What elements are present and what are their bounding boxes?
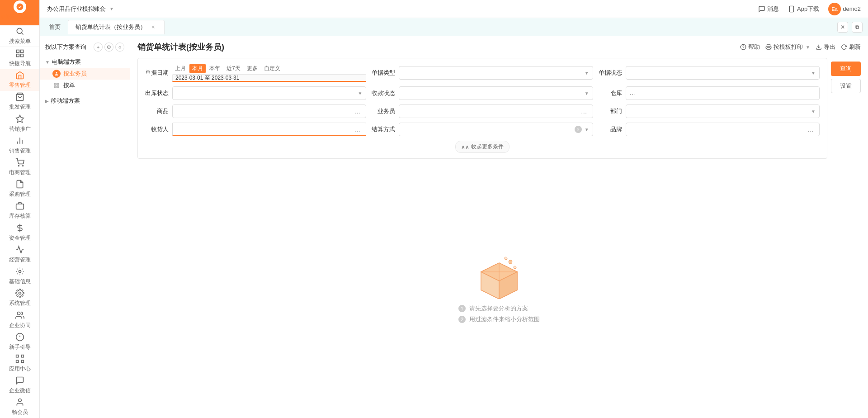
sidebar-item-inventory[interactable]: 库存核算: [0, 200, 40, 222]
page-title: 销货单统计表(按业务员): [137, 42, 224, 52]
sidebar-item-retail-label: 零售管理: [9, 81, 31, 89]
sidebar-item-nav-label: 快捷导航: [9, 60, 31, 67]
svg-rect-14: [16, 204, 24, 209]
collapse-btn[interactable]: ∧∧ 收起更多条件: [455, 141, 509, 153]
shortcut-more[interactable]: 更多: [244, 64, 260, 73]
svg-rect-4: [20, 50, 23, 52]
tree-child-order[interactable]: 按单: [40, 80, 130, 91]
tree-parent-mobile[interactable]: ▶ 移动端方案: [40, 95, 130, 107]
brand-input[interactable]: …: [626, 123, 820, 136]
tree-parent-mobile-label: 移动端方案: [51, 97, 80, 105]
filter-form: 单据日期 上月 本月 本年 近7天 更多 自定义: [137, 58, 827, 159]
consignee-ellipsis[interactable]: …: [352, 126, 362, 133]
content-area: 按以下方案查询 + ⚙ « ▼ 电脑端方案 按业务员: [40, 36, 868, 418]
sidebar-item-basic-label: 基础信息: [9, 278, 31, 285]
docstatus-arrow: ▼: [811, 71, 816, 76]
paymentmethod-clear-btn[interactable]: ×: [575, 126, 582, 133]
add-scheme-btn[interactable]: +: [94, 43, 103, 52]
sidebar-item-purchase-label: 采购管理: [9, 190, 31, 198]
warehouse-input[interactable]: …: [626, 86, 820, 100]
filter-consignee-field: 收货人 …: [145, 123, 366, 136]
shortcut-last-month[interactable]: 上月: [172, 64, 189, 73]
sidebar-item-member[interactable]: 畅会员: [0, 396, 40, 418]
sidebar-item-ecommerce[interactable]: 电商管理: [0, 156, 40, 178]
svg-rect-31: [57, 86, 59, 88]
consignee-input[interactable]: …: [172, 123, 366, 136]
sidebar-item-system[interactable]: 系统管理: [0, 287, 40, 309]
user-info[interactable]: Ea demo2: [828, 3, 861, 15]
goods-input[interactable]: …: [172, 104, 366, 118]
app-download-label: App下载: [797, 5, 819, 13]
sidebar-item-wechat[interactable]: 企业微信: [0, 375, 40, 396]
top-header: 办公用品行业模拟账套 ▼ 消息 App下载 Ea demo2: [40, 0, 868, 18]
tab-close-window-btn[interactable]: ✕: [837, 22, 848, 33]
sidebar-item-operation[interactable]: 经营管理: [0, 243, 40, 265]
sidebar-item-system-label: 系统管理: [9, 299, 31, 307]
sidebar-item-marketing-label: 营销推广: [9, 125, 31, 133]
shortcut-custom[interactable]: 自定义: [261, 64, 283, 73]
tree-arrow-desktop: ▼: [45, 60, 50, 65]
sidebar-item-collab[interactable]: 企业协同: [0, 309, 40, 331]
sidebar-item-nav[interactable]: 快捷导航: [0, 47, 40, 69]
filter-stockstatus-field: 出库状态 ▼: [145, 86, 366, 100]
app-download-btn[interactable]: App下载: [788, 5, 819, 13]
sidebar-item-finance[interactable]: 资金管理: [0, 222, 40, 243]
shortcut-this-month[interactable]: 本月: [189, 64, 206, 73]
app-logo[interactable]: 畅捷通好生意 标准版: [0, 0, 40, 25]
collapse-panel-btn[interactable]: «: [115, 43, 124, 52]
sidebar-item-search[interactable]: 搜索菜单: [0, 25, 39, 47]
sidebar-item-apps-label: 应用中心: [9, 365, 31, 373]
department-select[interactable]: ▼: [626, 104, 820, 118]
docstatus-select[interactable]: ▼: [626, 66, 820, 80]
query-buttons: 查询 设置: [831, 58, 861, 93]
brand-ellipsis[interactable]: …: [806, 126, 816, 133]
sidebar-item-guide[interactable]: 新手引导: [0, 331, 40, 352]
tab-restore-window-btn[interactable]: ⧉: [852, 22, 863, 33]
right-panel: 销货单统计表(按业务员) 帮助 按模板打印 ▼ 导出: [130, 36, 868, 418]
stockstatus-select[interactable]: ▼: [172, 86, 366, 100]
doctype-select[interactable]: ▼: [399, 66, 593, 80]
salesperson-input[interactable]: …: [399, 104, 593, 118]
tab-bar-right: ✕ ⧉: [837, 22, 866, 33]
tree-parent-desktop[interactable]: ▼ 电脑端方案: [40, 56, 130, 68]
doctype-label: 单据类型: [372, 69, 395, 77]
tree-child-salesperson[interactable]: 按业务员: [40, 68, 130, 80]
sidebar-item-sales-label: 销售管理: [9, 147, 31, 155]
settings-scheme-btn[interactable]: ⚙: [104, 43, 113, 52]
tree-arrow-mobile: ▶: [45, 99, 49, 104]
sidebar-item-wholesale[interactable]: 批发管理: [0, 91, 40, 113]
sidebar-item-retail[interactable]: 零售管理: [0, 69, 40, 91]
tab-active[interactable]: 销货单统计表（按业务员） ×: [68, 20, 165, 34]
shortcut-this-year[interactable]: 本年: [207, 64, 223, 73]
refresh-btn[interactable]: 刷新: [841, 43, 861, 51]
salesperson-ellipsis[interactable]: …: [579, 108, 589, 115]
tab-close-btn[interactable]: ×: [150, 24, 157, 31]
goods-ellipsis[interactable]: …: [352, 108, 362, 115]
date-range-input[interactable]: [172, 74, 366, 82]
template-print-btn[interactable]: 按模板打印 ▼: [765, 43, 810, 51]
export-btn[interactable]: 导出: [816, 43, 835, 51]
svg-rect-6: [20, 54, 23, 57]
sidebar-item-purchase[interactable]: 采购管理: [0, 178, 40, 200]
left-panel-header: 按以下方案查询 + ⚙ «: [40, 40, 130, 54]
sidebar-item-marketing[interactable]: 营销推广: [0, 113, 40, 134]
sidebar-item-sales[interactable]: 销售管理: [0, 134, 40, 156]
paymentmethod-arrow: ▼: [585, 127, 589, 132]
query-btn[interactable]: 查询: [831, 62, 861, 76]
top-title-dropdown-icon[interactable]: ▼: [109, 6, 114, 11]
sidebar-item-search-label: 搜索菜单: [9, 38, 31, 45]
tab-home[interactable]: 首页: [42, 20, 68, 34]
settings-btn[interactable]: 设置: [831, 79, 861, 93]
paymentmethod-select[interactable]: × ▼: [399, 123, 593, 136]
sidebar-item-basic[interactable]: 基础信息: [0, 265, 40, 287]
refresh-label: 刷新: [849, 43, 861, 51]
shortcut-7days[interactable]: 近7天: [224, 64, 243, 73]
message-btn[interactable]: 消息: [758, 5, 779, 13]
paymentstatus-select[interactable]: ▼: [399, 86, 593, 100]
brand-label: 品牌: [599, 125, 622, 133]
filter-and-buttons-wrapper: 单据日期 上月 本月 本年 近7天 更多 自定义: [137, 58, 861, 164]
app-logo-text: 畅捷通好生意 标准版: [0, 14, 40, 25]
sidebar-item-apps[interactable]: 应用中心: [0, 352, 40, 374]
filter-date-field: 单据日期 上月 本月 本年 近7天 更多 自定义: [145, 64, 366, 82]
help-btn[interactable]: 帮助: [740, 43, 760, 51]
